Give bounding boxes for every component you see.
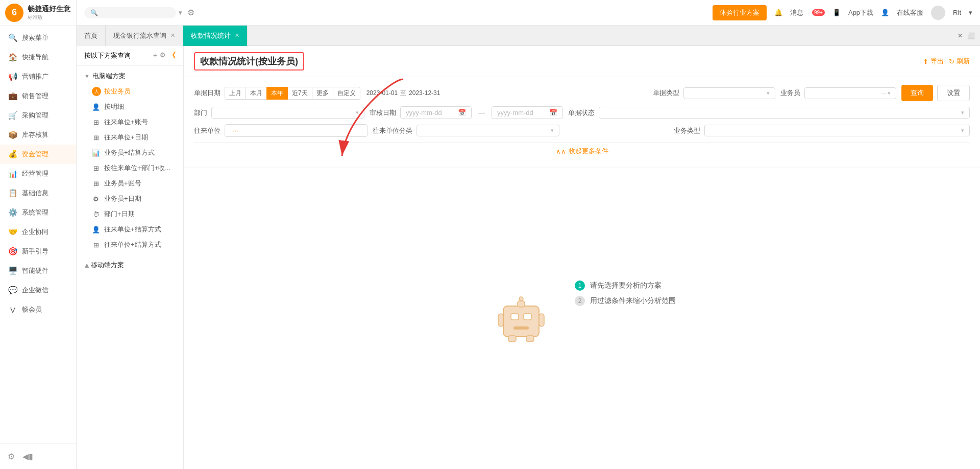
partner-category-select[interactable]: ▾ — [416, 125, 559, 136]
scheme-item-by-unit-dept[interactable]: ⊞ 按往来单位+部门+收... — [77, 160, 183, 176]
tab-collection-stats-close[interactable]: ✕ — [235, 32, 239, 39]
sidebar-item-system[interactable]: ⚙️ 系统管理 — [0, 203, 76, 222]
collapse-filter-btn[interactable]: ∧∧ 收起更多条件 — [194, 142, 970, 160]
sidebar-label-quicknav: 快捷导航 — [22, 53, 48, 62]
tab-home[interactable]: 首页 — [77, 26, 106, 46]
sidebar-item-hardware[interactable]: 🖥️ 智能硬件 — [0, 261, 76, 280]
doc-type-select[interactable]: ▾ — [683, 87, 775, 99]
date-label: 单据日期 — [194, 88, 220, 98]
header-dropdown-icon[interactable]: ▾ — [179, 9, 182, 16]
header-gear-icon[interactable]: ⚙ — [187, 8, 194, 17]
step-2-num: 2 — [575, 296, 585, 306]
scheme-group-pc: ▼ 电脑端方案 人 按业务员 👤 按明细 ⊞ 往来单位+账号 ⊞ — [77, 66, 183, 255]
sidebar-item-basic[interactable]: 📋 基础信息 — [0, 183, 76, 203]
tab-bank-flow-close[interactable]: ✕ — [170, 32, 175, 39]
window-controls: ✕ ⬜ — [956, 32, 980, 40]
window-close-btn[interactable]: ✕ — [956, 32, 964, 40]
sidebar-item-purchase[interactable]: 🛒 采购管理 — [0, 106, 76, 125]
staff-select[interactable]: ··· ▾ — [804, 87, 896, 99]
scheme-item-by-unit-payment2[interactable]: ⊞ 往来单位+结算方式 — [77, 237, 183, 252]
scheme-item-by-unit-payment1[interactable]: 👤 往来单位+结算方式 — [77, 222, 183, 237]
avatar — [931, 6, 945, 20]
search-box[interactable]: 🔍 — [84, 7, 176, 18]
date-tab-custom[interactable]: 自定义 — [333, 87, 360, 100]
notification-label[interactable]: 消息 — [790, 8, 803, 17]
scheme-item-by-dept-date-label: 部门+日期 — [104, 209, 135, 219]
date-tab-prev-month[interactable]: 上月 — [225, 87, 246, 100]
review-date-from[interactable]: yyyy-mm-dd 📅 — [400, 106, 472, 119]
business-type-select[interactable]: ▾ — [704, 125, 970, 136]
date-tab-more[interactable]: 更多 — [312, 87, 333, 100]
sales-icon: 💼 — [8, 91, 18, 101]
date-tab-this-month[interactable]: 本月 — [246, 87, 267, 100]
sidebar-item-inventory[interactable]: 📦 库存核算 — [0, 125, 76, 145]
online-service-label: 在线客服 — [897, 8, 923, 17]
sidebar-item-guide[interactable]: 🎯 新手引导 — [0, 242, 76, 261]
sidebar-item-quicknav[interactable]: 🏠 快捷导航 — [0, 48, 76, 67]
query-btn[interactable]: 查询 — [901, 85, 933, 101]
unit-payment1-icon: 👤 — [92, 226, 100, 233]
scheme-item-by-staff-payment[interactable]: 📊 业务员+结算方式 — [77, 145, 183, 160]
sidebar-item-marketing[interactable]: 📢 营销推广 — [0, 67, 76, 86]
trial-btn[interactable]: 体验行业方案 — [713, 5, 767, 20]
sidebar-item-sales[interactable]: 💼 销售管理 — [0, 86, 76, 106]
staff-date-icon: ⚙ — [92, 195, 100, 203]
mobile-group-header[interactable]: ▶ 移动端方案 — [77, 257, 183, 273]
scheme-item-by-staff-date-label: 业务员+日期 — [104, 194, 141, 203]
scheme-item-by-staff-date[interactable]: ⚙ 业务员+日期 — [77, 191, 183, 206]
header-right: 体验行业方案 🔔 消息 99+ 📱 App下载 👤 在线客服 Rit ▾ — [713, 5, 972, 20]
settings-btn[interactable]: 设置 — [937, 85, 970, 101]
left-panel-actions: + ⚙ 《 — [153, 51, 176, 60]
sidebar-item-operations[interactable]: 📊 经营管理 — [0, 164, 76, 183]
unit-payment2-icon: ⊞ — [92, 241, 100, 249]
sidebar-item-collab[interactable]: 🤝 企业协同 — [0, 222, 76, 242]
refresh-btn[interactable]: ↻ 刷新 — [949, 57, 970, 66]
staff-label: 业务员 — [780, 88, 800, 98]
filter-row-1: 单据日期 上月 本月 本年 近7天 更多 自定义 2023-01-01 至 — [194, 85, 970, 101]
scheme-item-by-unit-date[interactable]: ⊞ 往来单位+日期 — [77, 130, 183, 145]
online-service-area[interactable]: 👤 在线客服 — [881, 8, 923, 17]
doc-status-select[interactable]: ▾ — [599, 107, 970, 119]
sidebar-item-member[interactable]: V 畅会员 — [0, 300, 76, 319]
review-date-to[interactable]: yyyy-mm-dd 📅 — [492, 106, 563, 119]
tab-bank-flow[interactable]: 现金银行流水查询 ✕ — [106, 26, 183, 46]
app-download-area[interactable]: 📱 App下载 — [832, 8, 873, 17]
dept-select[interactable]: ▾ — [211, 107, 364, 119]
window-maximize-btn[interactable]: ⬜ — [967, 32, 975, 40]
export-btn[interactable]: ⬆ 导出 — [923, 57, 944, 66]
scheme-item-by-staff-account[interactable]: ⊞ 业务员+账号 — [77, 176, 183, 191]
scheme-item-by-staff-label: 按业务员 — [104, 87, 131, 96]
scheme-item-by-unit-account[interactable]: ⊞ 往来单位+账号 — [77, 114, 183, 130]
user-area[interactable]: Rit ▾ — [931, 6, 972, 20]
service-icon: 👤 — [881, 9, 889, 16]
footer-settings-icon[interactable]: ⚙ — [8, 452, 15, 461]
page-header: 收款情况统计(按业务员) ⬆ 导出 ↻ 刷新 — [184, 46, 980, 77]
scheme-settings-btn[interactable]: ⚙ — [160, 51, 166, 60]
page-title: 收款情况统计(按业务员) — [200, 56, 298, 66]
sidebar-item-wechat[interactable]: 💬 企业微信 — [0, 280, 76, 300]
scheme-item-by-staff[interactable]: 人 按业务员 — [77, 84, 183, 99]
doc-type-label: 单据类型 — [653, 88, 679, 98]
collapse-panel-btn[interactable]: 《 — [168, 51, 176, 60]
active-dot-icon: 人 — [92, 87, 101, 96]
dept-filter: 部门 ▾ — [194, 107, 364, 119]
svg-point-5 — [519, 297, 523, 301]
date-tab-last7[interactable]: 近7天 — [287, 87, 312, 100]
footer-collapse-icon[interactable]: ◀▮ — [22, 452, 33, 461]
scheme-item-by-staff-account-label: 业务员+账号 — [104, 179, 141, 188]
partner-select[interactable]: ··· — [225, 124, 368, 137]
sidebar-item-finance[interactable]: 💰 资金管理 — [0, 145, 76, 164]
operations-icon: 📊 — [8, 169, 18, 178]
svg-rect-2 — [524, 314, 531, 320]
date-tab-this-year[interactable]: 本年 — [266, 87, 288, 100]
detail-icon: 👤 — [92, 103, 100, 111]
sidebar-label-purchase: 采购管理 — [22, 111, 48, 120]
add-scheme-btn[interactable]: + — [153, 51, 157, 60]
business-type-filter: 业务类型 ▾ — [674, 125, 970, 136]
tab-collection-stats[interactable]: 收款情况统计 ✕ — [183, 26, 248, 46]
scheme-item-by-detail[interactable]: 👤 按明细 — [77, 99, 183, 114]
sidebar-item-search[interactable]: 🔍 搜索菜单 — [0, 28, 76, 48]
filter-area: 单据日期 上月 本月 本年 近7天 更多 自定义 2023-01-01 至 — [184, 77, 980, 168]
pc-group-header[interactable]: ▼ 电脑端方案 — [77, 68, 183, 84]
scheme-item-by-dept-date[interactable]: ⏱ 部门+日期 — [77, 206, 183, 222]
